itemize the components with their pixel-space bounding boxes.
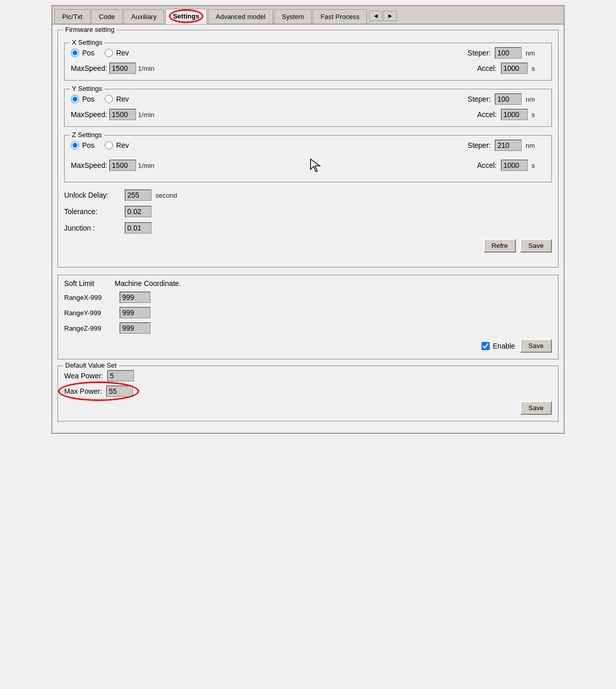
y-accel-input[interactable] (501, 109, 528, 120)
y-steper-group: Steper: nm (468, 93, 535, 105)
y-maxspeed-input[interactable] (109, 109, 136, 120)
max-power-circle-wrapper: Max Power: (64, 386, 133, 397)
y-rev-radio[interactable] (105, 95, 113, 103)
soft-limit-footer: Enable Save (64, 339, 552, 353)
tab-auxiliary[interactable]: Auxiliary (124, 9, 164, 24)
unlock-delay-unit: second (156, 192, 177, 199)
z-accel-input[interactable] (501, 160, 528, 171)
firmware-save-button[interactable]: Save (520, 239, 552, 253)
tab-code[interactable]: Code (91, 9, 123, 24)
max-power-row: Max Power: (64, 386, 552, 397)
params-section: Unlock Delay: second Tolerance: Junction… (64, 186, 552, 256)
wea-power-row: Wea Power: (64, 370, 552, 381)
unlock-delay-row: Unlock Delay: second (64, 189, 552, 201)
x-pos-label[interactable]: Pos (71, 49, 94, 57)
range-y-label: RangeY-999 (64, 309, 116, 317)
tolerance-row: Tolerance: (64, 206, 552, 217)
app-window: Pic/Txt Code Auxiliary Settings Advanced… (51, 5, 565, 434)
range-x-input[interactable] (120, 292, 150, 303)
y-pos-radio[interactable] (71, 95, 79, 103)
z-maxspeed-group: MaxSpeed: 1/min (71, 160, 155, 171)
tab-fast-process[interactable]: Fast Process (313, 9, 367, 24)
default-value-save-button[interactable]: Save (520, 401, 552, 415)
z-maxspeed-unit: 1/min (138, 162, 155, 169)
range-y-input[interactable] (120, 307, 150, 318)
main-content: Firmware setting X Settings Pos Rev Step (52, 25, 564, 433)
z-pos-radio[interactable] (71, 141, 79, 149)
machine-coord-label: Machine Coordinate. (114, 279, 181, 288)
soft-limit-save-button[interactable]: Save (520, 339, 552, 353)
x-steper-input[interactable] (495, 47, 522, 59)
z-accel-label: Accel: (477, 161, 496, 169)
z-maxspeed-input[interactable] (109, 160, 136, 171)
range-x-row: RangeX-999 (64, 292, 552, 303)
x-rev-label[interactable]: Rev (105, 49, 129, 57)
y-steper-input[interactable] (495, 93, 522, 105)
x-pos-radio[interactable] (71, 49, 79, 57)
y-rev-label[interactable]: Rev (105, 95, 129, 103)
tab-advanced-model[interactable]: Advanced model (208, 9, 273, 24)
x-accel-label: Accel: (477, 64, 496, 72)
z-rev-radio[interactable] (105, 141, 113, 149)
tab-settings[interactable]: Settings (165, 9, 207, 24)
y-accel-label: Accel: (477, 110, 496, 119)
range-x-label: RangeX-999 (64, 294, 116, 301)
tab-bar: Pic/Txt Code Auxiliary Settings Advanced… (52, 6, 564, 25)
x-steper-unit: nm (526, 49, 535, 57)
z-accel-unit: s (532, 162, 535, 169)
max-power-input[interactable] (106, 386, 133, 397)
tab-prev-button[interactable]: ◄ (369, 11, 382, 21)
z-steper-input[interactable] (495, 140, 522, 151)
x-settings-title: X Settings (70, 39, 104, 46)
x-settings-box: X Settings Pos Rev Steper: nm (64, 43, 552, 81)
refre-button[interactable]: Refre (484, 239, 516, 253)
tab-settings-circle-wrapper: Settings (173, 12, 199, 20)
z-speed-row: MaxSpeed: 1/min Accel: s (71, 155, 545, 176)
junction-input[interactable] (125, 222, 151, 234)
range-y-row: RangeY-999 (64, 307, 552, 318)
enable-checkbox[interactable] (482, 342, 490, 350)
x-rev-radio[interactable] (105, 49, 113, 57)
junction-row: Junction : (64, 222, 552, 234)
tab-system[interactable]: System (274, 9, 312, 24)
svg-marker-0 (311, 159, 320, 171)
firmware-group: Firmware setting X Settings Pos Rev Step (57, 30, 559, 267)
x-maxspeed-unit: 1/min (138, 65, 155, 72)
range-z-input[interactable] (120, 322, 150, 334)
unlock-delay-input[interactable] (125, 189, 151, 201)
z-rev-text: Rev (116, 141, 129, 149)
x-radio-row: Pos Rev Steper: nm (71, 47, 545, 59)
z-pos-text: Pos (82, 141, 94, 149)
wea-power-input[interactable] (107, 370, 134, 381)
firmware-action-row: Refre Save (64, 239, 552, 253)
y-pos-label[interactable]: Pos (71, 95, 94, 103)
cursor-icon (305, 155, 326, 176)
y-steper-label: Steper: (468, 95, 491, 103)
enable-checkbox-label[interactable]: Enable (482, 342, 515, 350)
y-settings-title: Y Settings (70, 85, 104, 92)
x-maxspeed-group: MaxSpeed: 1/min (71, 63, 155, 74)
default-value-title: Default Value Set (63, 361, 119, 369)
z-pos-label[interactable]: Pos (71, 141, 94, 149)
junction-label: Junction : (64, 224, 121, 232)
enable-label: Enable (493, 342, 515, 350)
y-maxspeed-unit: 1/min (138, 111, 155, 119)
x-accel-input[interactable] (501, 63, 528, 74)
soft-limit-group: x Soft Limit Machine Coordinate. RangeX-… (57, 275, 559, 359)
y-radio-row: Pos Rev Steper: nm (71, 93, 545, 105)
tab-next-button[interactable]: ► (383, 11, 397, 21)
x-maxspeed-label: MaxSpeed: (71, 64, 107, 72)
y-speed-row: MaxSpeed: 1/min Accel: s (71, 109, 545, 120)
max-power-label: Max Power: (64, 387, 102, 395)
x-maxspeed-input[interactable] (109, 63, 136, 74)
x-speed-row: MaxSpeed: 1/min Accel: s (71, 63, 545, 74)
z-rev-label[interactable]: Rev (105, 141, 129, 149)
range-z-row: RangeZ-999 (64, 322, 552, 334)
tab-pic-txt[interactable]: Pic/Txt (54, 9, 90, 24)
y-rev-text: Rev (116, 95, 129, 103)
x-accel-unit: s (532, 65, 535, 72)
firmware-title: Firmware setting (63, 26, 117, 33)
wea-power-label: Wea Power: (64, 372, 103, 380)
y-pos-text: Pos (82, 95, 94, 103)
tolerance-input[interactable] (125, 206, 151, 217)
